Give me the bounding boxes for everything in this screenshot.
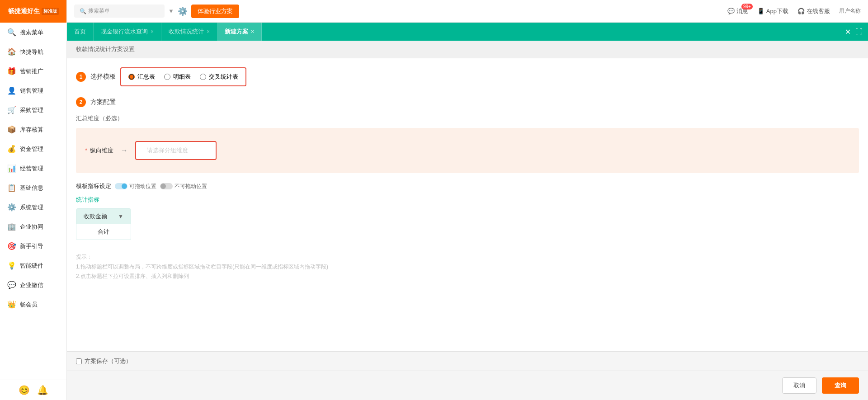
- sidebar-item-label: 经营管理: [20, 165, 43, 173]
- sidebar-item-enterprise-wechat[interactable]: 💬 企业微信: [0, 275, 66, 295]
- sidebar-item-label: 基础信息: [20, 184, 43, 192]
- user-name: 用户名称: [839, 8, 861, 14]
- query-button[interactable]: 查询: [822, 377, 859, 394]
- metrics-chevron-icon[interactable]: ▼: [118, 213, 123, 220]
- sidebar-item-search-menu[interactable]: 🔍 搜索菜单: [0, 23, 66, 42]
- quick-nav-icon: 🏠: [7, 47, 16, 56]
- app-download-btn[interactable]: 📱 App下载: [757, 7, 788, 15]
- dimension-input[interactable]: 请选择分组维度: [135, 141, 217, 160]
- metrics-section: 模板指标设定 可拖动位置 不可拖动位置 统计指标: [76, 182, 859, 241]
- search-placeholder: 搜索菜单: [88, 7, 110, 15]
- sidebar-item-system[interactable]: ⚙️ 系统管理: [0, 198, 66, 217]
- sidebar-item-marketing[interactable]: 🎁 营销推广: [0, 61, 66, 81]
- capital-icon: 💰: [7, 145, 16, 153]
- tabs-bar: 首页现金银行流水查询×收款情况统计×新建方案× ✕ ⛶: [67, 23, 868, 41]
- sidebar: 畅捷通好生 标准版 🔍 搜索菜单🏠 快捷导航🎁 营销推广👤 销售管理🛒 采购管理…: [0, 0, 67, 400]
- sidebar-item-member[interactable]: 👑 畅会员: [0, 295, 66, 314]
- template-select-box: 汇总表 明细表 交叉统计表: [120, 67, 246, 86]
- sidebar-item-purchase[interactable]: 🛒 采购管理: [0, 100, 66, 120]
- tab-close-all-icon[interactable]: ✕: [845, 28, 851, 36]
- tab-home[interactable]: 首页: [67, 23, 94, 41]
- step2-header: 2 方案配置: [76, 97, 859, 107]
- hint-item-0: 1.拖动标题栏可以调整布局，不可跨维度或指标区域拖动栏目字段(只能在同一维度或指…: [76, 262, 859, 272]
- topbar-dropdown-icon[interactable]: ▼: [168, 8, 174, 14]
- cancel-button[interactable]: 取消: [782, 377, 816, 394]
- sidebar-item-label: 系统管理: [20, 203, 43, 212]
- online-service-btn[interactable]: 🎧 在线客服: [797, 7, 830, 15]
- radio-cross[interactable]: 交叉统计表: [200, 73, 238, 81]
- metrics-label-text: 模板指标设定: [76, 182, 111, 190]
- search-box[interactable]: 🔍 搜索菜单: [74, 5, 165, 18]
- sidebar-item-inventory[interactable]: 📦 库存核算: [0, 120, 66, 139]
- radio-summary[interactable]: 汇总表: [128, 73, 155, 81]
- radio-detail[interactable]: 明细表: [164, 73, 191, 81]
- toggle-draggable[interactable]: 可拖动位置: [115, 183, 156, 190]
- enterprise-coop-icon: 🏢: [7, 222, 16, 231]
- sidebar-bottom-icon-1[interactable]: 😊: [19, 385, 30, 395]
- radio-summary-input[interactable]: [128, 74, 135, 80]
- sidebar-item-label: 快捷导航: [20, 48, 43, 56]
- tab-new-plan[interactable]: 新建方案×: [217, 23, 262, 41]
- sidebar-item-label: 畅会员: [20, 301, 38, 309]
- dimension-arrow: →: [121, 146, 128, 155]
- sidebar-item-operation[interactable]: 📊 经营管理: [0, 159, 66, 178]
- radio-detail-label: 明细表: [173, 73, 191, 81]
- smart-hw-icon: 💡: [7, 261, 16, 270]
- content-area: 收款情况统计方案设置 1 选择模板 汇总表 明细表: [67, 41, 868, 371]
- save-plan-checkbox[interactable]: [76, 358, 82, 364]
- tab-collection-stat[interactable]: 收款情况统计×: [161, 23, 217, 41]
- tab-close-collection-stat[interactable]: ×: [207, 28, 210, 35]
- logo-text: 畅捷通好生: [8, 7, 40, 15]
- step1-num: 1: [76, 72, 86, 82]
- user-info: 用户名称: [839, 7, 861, 15]
- sidebar-bottom-icon-2[interactable]: 🔔: [37, 385, 48, 395]
- sidebar-item-label: 企业微信: [20, 281, 43, 289]
- radio-detail-input[interactable]: [164, 74, 170, 80]
- step2-num: 2: [76, 97, 86, 107]
- sidebar-item-sales[interactable]: 👤 销售管理: [0, 81, 66, 100]
- toggle-draggable-label: 可拖动位置: [129, 183, 156, 190]
- hint-item-1: 2.点击标题栏下拉可设置排序、插入列和删除列: [76, 272, 859, 282]
- notification-icon: 💬: [727, 8, 735, 14]
- tab-cash-bank[interactable]: 现金银行流水查询×: [94, 23, 161, 41]
- system-icon: ⚙️: [7, 203, 16, 212]
- sidebar-item-newbie[interactable]: 🎯 新手引导: [0, 236, 66, 256]
- download-label: App下载: [766, 7, 788, 15]
- metrics-body: 合计: [76, 224, 131, 240]
- tab-close-new-plan[interactable]: ×: [251, 28, 254, 35]
- enterprise-wechat-icon: 💬: [7, 281, 16, 289]
- toggle-draggable-dot[interactable]: [115, 183, 127, 189]
- logo-sub: 标准版: [42, 8, 59, 15]
- sidebar-item-label: 采购管理: [20, 106, 43, 114]
- hint-title: 提示：: [76, 252, 859, 262]
- service-label: 在线客服: [807, 7, 830, 15]
- sidebar-item-label: 营销推广: [20, 67, 43, 75]
- service-icon: 🎧: [797, 8, 805, 14]
- search-icon: 🔍: [80, 8, 86, 14]
- sidebar-item-capital[interactable]: 💰 资金管理: [0, 139, 66, 159]
- notification-badge: 99+: [741, 4, 753, 9]
- tab-label-home: 首页: [74, 28, 86, 36]
- operation-icon: 📊: [7, 164, 16, 173]
- hint-text: 提示： 1.拖动标题栏可以调整布局，不可跨维度或指标区域拖动栏目字段(只能在同一…: [76, 252, 859, 282]
- radio-cross-input[interactable]: [200, 74, 206, 80]
- tab-fullscreen-icon[interactable]: ⛶: [855, 28, 863, 36]
- sidebar-item-quick-nav[interactable]: 🏠 快捷导航: [0, 42, 66, 61]
- toggle-fixed-dot[interactable]: [160, 183, 173, 189]
- sales-icon: 👤: [7, 86, 16, 95]
- industry-btn[interactable]: 体验行业方案: [191, 5, 239, 18]
- basic-info-icon: 📋: [7, 184, 16, 192]
- page-header: 收款情况统计方案设置: [67, 41, 868, 58]
- settings-icon[interactable]: ⚙️: [178, 6, 188, 16]
- sidebar-item-smart-hw[interactable]: 💡 智能硬件: [0, 256, 66, 275]
- tab-close-cash-bank[interactable]: ×: [151, 28, 154, 35]
- sidebar-item-basic-info[interactable]: 📋 基础信息: [0, 178, 66, 198]
- step2-section: 2 方案配置 汇总维度（必选） * 纵向维度 →: [76, 97, 859, 282]
- search-menu-icon: 🔍: [7, 28, 16, 37]
- sidebar-item-enterprise-coop[interactable]: 🏢 企业协同: [0, 217, 66, 236]
- notification-btn[interactable]: 💬 消息 99+: [727, 7, 748, 15]
- save-plan-label: 方案保存（可选）: [85, 357, 132, 365]
- metrics-header-label: 收款金额: [84, 212, 107, 221]
- dimension-zone: * 纵向维度 → 请选择分组维度: [76, 128, 859, 173]
- step1-section: 1 选择模板 汇总表 明细表 交叉统计表: [76, 67, 859, 86]
